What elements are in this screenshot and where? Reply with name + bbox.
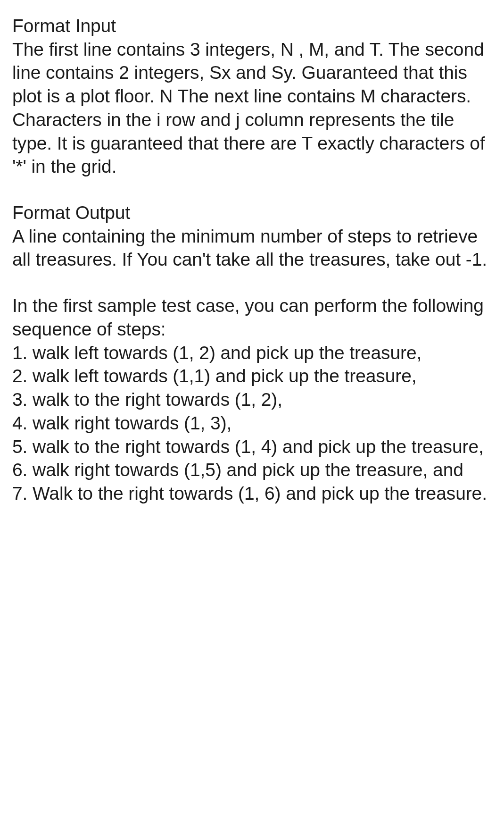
format-output-heading: Format Output (12, 202, 130, 223)
example-step-4: 4. walk right towards (1, 3), (12, 413, 231, 433)
example-section: In the first sample test case, you can p… (12, 294, 493, 505)
example-step-2: 2. walk left towards (1,1) and pick up t… (12, 366, 417, 386)
example-step-5: 5. walk to the right towards (1, 4) and … (12, 436, 484, 457)
example-step-7: 7. Walk to the right towards (1, 6) and … (12, 483, 487, 503)
example-step-6: 6. walk right towards (1,5) and pick up … (12, 460, 463, 480)
format-input-body: The first line contains 3 integers, N , … (12, 39, 485, 177)
format-input-section: Format Input The first line contains 3 i… (12, 14, 493, 178)
format-output-body: A line containing the minimum number of … (12, 226, 487, 270)
example-intro: In the first sample test case, you can p… (12, 295, 484, 339)
format-input-heading: Format Input (12, 16, 116, 36)
example-step-1: 1. walk left towards (1, 2) and pick up … (12, 343, 421, 363)
format-output-section: Format Output A line containing the mini… (12, 201, 493, 271)
example-step-3: 3. walk to the right towards (1, 2), (12, 389, 282, 410)
